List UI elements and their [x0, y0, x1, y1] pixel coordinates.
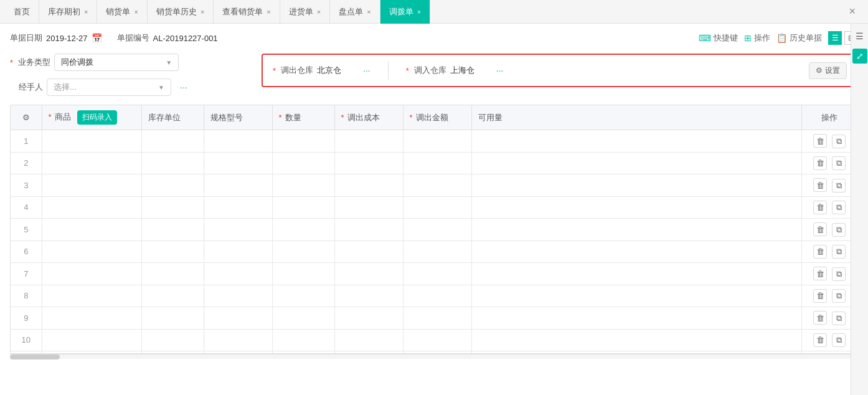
- history-icon: 📋: [776, 33, 787, 43]
- scan-btn[interactable]: 扫码录入: [77, 110, 117, 125]
- tab-transfer[interactable]: 调拨单 ×: [380, 0, 430, 24]
- th-product: * 商品 扫码录入: [42, 105, 141, 130]
- layout-list-icon[interactable]: ☰: [828, 31, 842, 45]
- row-num: 4: [11, 196, 42, 219]
- handler-arrow-icon: ▼: [158, 84, 164, 91]
- divider: [388, 61, 389, 80]
- handler-dropdown[interactable]: 选择... ▼: [47, 79, 171, 96]
- right-sidebar: ☰ ⤢: [851, 24, 868, 366]
- tab-view-sales[interactable]: 查看销货单 ×: [214, 0, 280, 24]
- operate-icon: ⊞: [744, 33, 752, 43]
- date-field: 单据日期 2019-12-27 📅: [10, 32, 102, 44]
- table-header-row: ⚙ * 商品 扫码录入 库存单位 规格型号 * 数量: [11, 105, 857, 130]
- th-qty: * 数量: [272, 105, 334, 130]
- tab-close-view-sales[interactable]: ×: [267, 8, 270, 16]
- th-cost: * 调出成本: [334, 105, 403, 130]
- shortcut-icon: ⌨: [699, 33, 711, 43]
- horizontal-scrollbar[interactable]: [10, 354, 858, 359]
- settings-btn[interactable]: ⚙ 设置: [809, 62, 847, 79]
- th-ops: 操作: [801, 105, 857, 130]
- operate-btn[interactable]: ⊞ 操作: [744, 32, 770, 44]
- tab-inventory[interactable]: 盘点单 ×: [330, 0, 380, 24]
- transfer-in-more-btn[interactable]: ···: [496, 65, 504, 75]
- table-row: 9 🗑 ⧉: [11, 307, 857, 330]
- table-row: 1 🗑 ⧉: [11, 130, 857, 153]
- number-field: 单据编号 AL-20191227-001: [117, 32, 218, 44]
- row-num: 10: [11, 329, 42, 351]
- copy-icon[interactable]: ⧉: [832, 267, 846, 281]
- tab-stock-init[interactable]: 库存期初 ×: [39, 0, 97, 24]
- delete-icon[interactable]: 🗑: [813, 201, 827, 214]
- copy-icon[interactable]: ⧉: [832, 223, 846, 237]
- copy-icon[interactable]: ⧉: [832, 333, 846, 347]
- row-num: 1: [11, 130, 42, 153]
- delete-icon[interactable]: 🗑: [813, 156, 827, 170]
- shortcut-btn[interactable]: ⌨ 快捷键: [699, 32, 738, 44]
- tab-close-purchase[interactable]: ×: [317, 8, 321, 16]
- th-unit: 库存单位: [141, 105, 204, 130]
- sidebar-expand-icon[interactable]: ⤢: [852, 49, 867, 64]
- table-row: 6 🗑 ⧉: [11, 240, 857, 263]
- row-num: 5: [11, 219, 42, 241]
- form-left: * 业务类型 同价调拨 ▼ 经手人 选择... ▼ ···: [10, 54, 247, 96]
- tab-sales[interactable]: 销货单 ×: [97, 0, 147, 24]
- scrollbar-thumb[interactable]: [10, 355, 60, 359]
- row-num: 8: [11, 285, 42, 307]
- delete-icon[interactable]: 🗑: [813, 178, 827, 192]
- history-btn[interactable]: 📋 历史单据: [776, 32, 822, 44]
- copy-icon[interactable]: ⧉: [832, 201, 846, 214]
- header-actions: ⌨ 快捷键 ⊞ 操作 📋 历史单据 ☰ ⊞: [699, 31, 858, 45]
- copy-icon[interactable]: ⧉: [832, 135, 846, 148]
- table-row: 3 🗑 ⧉: [11, 174, 857, 197]
- transfer-out-field: * 调出仓库 北京仓 ···: [273, 65, 370, 76]
- delete-icon[interactable]: 🗑: [813, 222, 827, 236]
- copy-icon[interactable]: ⧉: [832, 312, 846, 325]
- tab-close-inventory[interactable]: ×: [367, 8, 370, 16]
- table-row: 8 🗑 ⧉: [11, 285, 857, 307]
- th-spec: 规格型号: [204, 105, 272, 130]
- handler-field: 经手人 选择... ▼ ···: [10, 79, 247, 96]
- form-section: * 业务类型 同价调拨 ▼ 经手人 选择... ▼ ···: [10, 54, 858, 96]
- copy-icon[interactable]: ⧉: [832, 179, 846, 193]
- tab-home[interactable]: 首页: [5, 0, 39, 24]
- calendar-icon[interactable]: 📅: [92, 33, 102, 43]
- tab-sales-history[interactable]: 销货单历史 ×: [148, 0, 214, 24]
- copy-icon[interactable]: ⧉: [832, 289, 846, 303]
- transfer-out-more-btn[interactable]: ···: [363, 65, 370, 75]
- doc-number-value: AL-20191227-001: [153, 34, 218, 43]
- close-all-btn[interactable]: ×: [841, 5, 863, 18]
- table-row: 10 🗑 ⧉: [11, 329, 857, 351]
- handler-more-btn[interactable]: ···: [180, 82, 187, 92]
- table-row: 7 🗑 ⧉: [11, 263, 857, 285]
- table-row: 5 🗑 ⧉: [11, 219, 857, 241]
- row-num: 2: [11, 152, 42, 174]
- gear-icon[interactable]: ⚙: [22, 113, 30, 122]
- tab-purchase[interactable]: 进货单 ×: [280, 0, 330, 24]
- delete-icon[interactable]: 🗑: [813, 333, 827, 347]
- th-gear[interactable]: ⚙: [11, 105, 42, 130]
- delete-icon[interactable]: 🗑: [813, 267, 827, 280]
- delete-icon[interactable]: 🗑: [813, 245, 827, 259]
- delete-icon[interactable]: 🗑: [813, 134, 827, 148]
- tab-close-sales[interactable]: ×: [134, 8, 138, 16]
- tabs-bar: 首页 库存期初 × 销货单 × 销货单历史 × 查看销货单 × 进货单 × 盘点…: [0, 0, 868, 24]
- data-table: ⚙ * 商品 扫码录入 库存单位 规格型号 * 数量: [10, 105, 858, 354]
- transfer-in-field: * 调入仓库 上海仓 ···: [406, 65, 504, 76]
- sidebar-list-icon[interactable]: ☰: [852, 29, 867, 44]
- settings-gear-icon: ⚙: [816, 66, 823, 75]
- th-amount: * 调出金额: [403, 105, 471, 130]
- delete-icon[interactable]: 🗑: [813, 289, 827, 303]
- dropdown-arrow-icon: ▼: [166, 59, 172, 66]
- row-num: 6: [11, 240, 42, 263]
- tab-close-stock-init[interactable]: ×: [84, 8, 88, 16]
- copy-icon[interactable]: ⧉: [832, 156, 846, 170]
- tab-close-sales-history[interactable]: ×: [200, 8, 204, 16]
- copy-icon[interactable]: ⧉: [832, 245, 846, 259]
- business-type-dropdown[interactable]: 同价调拨 ▼: [54, 54, 179, 71]
- delete-icon[interactable]: 🗑: [813, 311, 827, 325]
- th-available: 可用量: [471, 105, 801, 130]
- row-num: 7: [11, 263, 42, 285]
- warehouse-section: * 调出仓库 北京仓 ··· * 调入仓库 上海仓 ··· ⚙ 设置: [262, 54, 858, 87]
- tab-close-transfer[interactable]: ×: [417, 8, 421, 16]
- business-type-field: * 业务类型 同价调拨 ▼: [10, 54, 247, 71]
